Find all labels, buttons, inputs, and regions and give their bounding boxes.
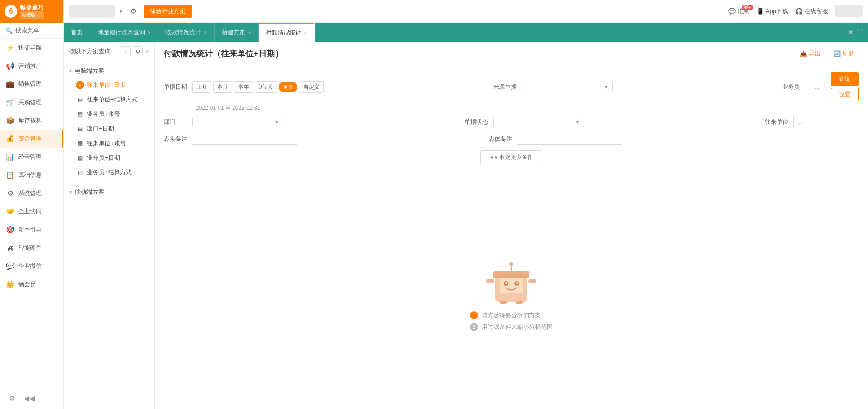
sidebar-item-beginner[interactable]: 🎯新手引导 — [0, 221, 63, 239]
sidebar-item-purchase[interactable]: 🛒采购管理 — [0, 93, 63, 111]
search-menu[interactable]: 🔍 搜索菜单 — [0, 23, 63, 39]
sidebar-item-marketing[interactable]: 📢营销推广 — [0, 57, 63, 75]
tab-bank-flow[interactable]: 现金银行流水查询× — [90, 23, 158, 42]
tab-label-receipt-stat: 收款情况统计 — [165, 28, 201, 36]
collapse-panel-button[interactable]: « — [145, 48, 149, 55]
partner-selector[interactable]: ... — [793, 116, 806, 128]
column-settings-button[interactable]: 设置 — [831, 88, 859, 101]
headset-icon: 🎧 — [795, 8, 803, 15]
export-icon: 📤 — [800, 50, 807, 57]
source-voucher-select[interactable]: ▼ — [522, 82, 613, 92]
scheme-item-dept-date[interactable]: ▤部门+日期 — [64, 121, 154, 136]
tab-receipt-stat[interactable]: 收款情况统计× — [158, 23, 214, 42]
voucher-status-select[interactable]: ▼ — [493, 117, 584, 127]
tab-close-receipt-stat[interactable]: × — [204, 30, 206, 35]
scheme-section-title-移动端方案[interactable]: ▼移动端方案 — [64, 185, 154, 199]
scheme-item-partner-date[interactable]: ●往来单位+日期 — [64, 78, 154, 92]
sidebar-item-enterprise[interactable]: 🤝企业协同 — [0, 202, 63, 221]
svg-point-6 — [516, 282, 518, 284]
collapse-conditions-button[interactable]: ∧∧ 收起更多条件 — [480, 150, 542, 164]
tab-close-new-scheme[interactable]: × — [248, 30, 251, 35]
page-header-actions: 📤 导出 🔄 刷新 — [795, 47, 859, 60]
content-area: 按以下方案查询 + ⚙ « ▼电脑端方案●往来单位+日期▤往来单位+结算方式▤业… — [64, 42, 868, 409]
tab-close-all-icon[interactable]: ✕ — [848, 29, 853, 36]
date-btn-this-month[interactable]: 本月 — [213, 81, 232, 93]
body-remark-input[interactable] — [517, 134, 622, 145]
export-button[interactable]: 📤 导出 — [795, 47, 825, 60]
svg-point-5 — [505, 282, 507, 284]
dept-group: 部门 ▼ — [164, 117, 283, 127]
sidebar-item-system[interactable]: ⚙系统管理 — [0, 184, 63, 202]
nav-label-smart-hw: 智能硬件 — [18, 244, 42, 252]
scheme-item-partner-account[interactable]: ▦往来单位+账号 — [64, 136, 154, 151]
nav-icon-sales: 💼 — [5, 80, 15, 89]
tip-text-1: 请先选择要分析的方案 — [482, 311, 541, 319]
tab-home[interactable]: 首页 — [64, 23, 90, 42]
chevron-up-icon: ∧∧ — [490, 154, 498, 161]
left-panel-title: 按以下方案查询 — [69, 47, 110, 56]
tabbar-actions: ✕ ⛶ — [843, 23, 868, 42]
staff-selector[interactable]: ... — [811, 81, 823, 93]
scheme-item-label-partner-account: 往来单位+账号 — [87, 139, 126, 147]
tab-close-payment-stat[interactable]: × — [304, 30, 307, 35]
voucher-date-group: 单据日期 上月本月本年近7天更多自定义 — [164, 81, 324, 93]
sidebar-logo: 6 畅捷通巧 标准版 — [0, 0, 63, 23]
scheme-item-staff-account[interactable]: ▤业务员+账号 — [64, 107, 154, 121]
dept-select[interactable]: ▼ — [192, 117, 283, 127]
add-scheme-button[interactable]: + — [121, 46, 131, 56]
user-avatar[interactable] — [835, 5, 863, 17]
online-service-item[interactable]: 🎧 在线客服 — [795, 7, 828, 15]
sidebar-item-inventory[interactable]: 📦库存核算 — [0, 111, 63, 130]
sidebar-item-fund[interactable]: 💰资金管理 — [0, 130, 63, 148]
staff-label: 业务员 — [782, 83, 807, 91]
staff-group: 业务员 ... — [782, 81, 823, 93]
query-button[interactable]: 查询 — [831, 72, 859, 86]
sidebar-item-wechat[interactable]: 💬企业微信 — [0, 257, 63, 275]
refresh-button[interactable]: 🔄 刷新 — [829, 47, 859, 60]
tip-number-2: 2 — [470, 323, 478, 331]
date-btn-custom[interactable]: 自定义 — [299, 81, 324, 93]
header-remark-input[interactable] — [192, 134, 297, 145]
nav-icon-system: ⚙ — [5, 189, 15, 198]
svg-rect-10 — [516, 301, 523, 304]
collapse-sidebar-icon[interactable]: ◀◀ — [23, 392, 35, 404]
sidebar-item-basic-info[interactable]: 📋基础信息 — [0, 166, 63, 184]
date-btn-last-month[interactable]: 上月 — [192, 81, 211, 93]
section-arrow: ▼ — [68, 190, 73, 195]
tab-close-bank-flow[interactable]: × — [148, 30, 150, 35]
scheme-item-partner-settle[interactable]: ▤往来单位+结算方式 — [64, 92, 154, 107]
tab-payment-stat[interactable]: 付款情况统计× — [259, 23, 314, 42]
try-industry-button[interactable]: 体验行业方案 — [144, 5, 192, 18]
topbar-gear-icon[interactable]: ⚙ — [127, 5, 140, 18]
company-dropdown-arrow[interactable]: ▼ — [118, 8, 124, 15]
topbar-right: 💬 消息 99+ 📱 App下载 🎧 在线客服 — [728, 5, 863, 17]
empty-tip-1: 1 请先选择要分析的方案 — [470, 311, 553, 319]
company-selector[interactable] — [69, 5, 115, 18]
source-voucher-label: 来源单据 — [493, 83, 518, 91]
sidebar-item-sales[interactable]: 💼销售管理 — [0, 75, 63, 93]
app-download-label: App下载 — [766, 7, 788, 15]
message-item[interactable]: 💬 消息 99+ — [728, 7, 749, 15]
scheme-item-icon-dept-date: ▤ — [76, 125, 84, 133]
left-panel: 按以下方案查询 + ⚙ « ▼电脑端方案●往来单位+日期▤往来单位+结算方式▤业… — [64, 42, 155, 409]
scheme-section-title-电脑端方案[interactable]: ▼电脑端方案 — [64, 64, 154, 78]
settings-bottom-icon[interactable]: ⚙ — [5, 392, 18, 404]
app-download-item[interactable]: 📱 App下载 — [757, 7, 788, 15]
scheme-item-staff-date[interactable]: ▤业务员+日期 — [64, 151, 154, 165]
sidebar-item-member[interactable]: 👑畅会员 — [0, 275, 63, 293]
logo-title: 畅捷通巧 — [20, 4, 44, 11]
nav-label-beginner: 新手引导 — [18, 226, 42, 234]
scheme-settings-button[interactable]: ⚙ — [133, 46, 143, 56]
logo-icon: 6 — [5, 5, 17, 18]
date-btn-this-year[interactable]: 本年 — [234, 81, 253, 93]
tab-label-bank-flow: 现金银行流水查询 — [98, 28, 145, 36]
sidebar-item-quick-nav[interactable]: ⚡快捷导航 — [0, 39, 63, 57]
tab-new-scheme[interactable]: 新建方案× — [215, 23, 259, 42]
sidebar-item-smart-hw[interactable]: 🖨智能硬件 — [0, 239, 63, 257]
date-btn-last-7days[interactable]: 近7天 — [255, 81, 277, 93]
scheme-item-staff-settle[interactable]: ▤业务员+结算方式 — [64, 165, 154, 180]
date-btn-more[interactable]: 更多 — [279, 82, 297, 92]
right-panel: 付款情况统计（往来单位+日期） 📤 导出 🔄 刷新 — [155, 42, 868, 409]
sidebar-item-operation[interactable]: 📊经营管理 — [0, 148, 63, 166]
tab-expand-icon[interactable]: ⛶ — [857, 29, 863, 36]
